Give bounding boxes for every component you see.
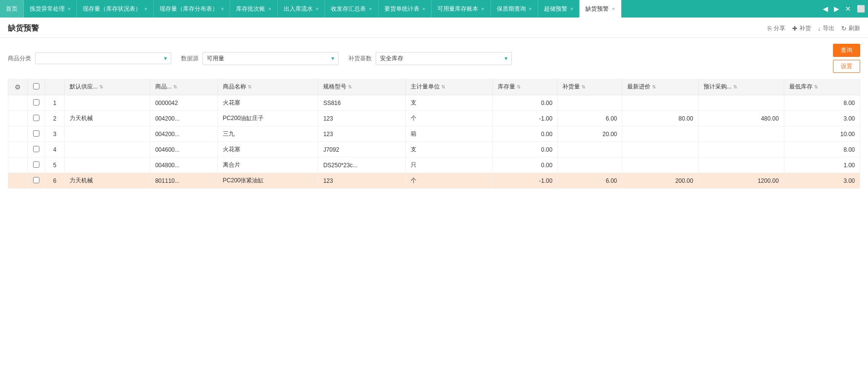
tab-close-shortage[interactable]: ×: [612, 6, 615, 12]
row-checkbox[interactable]: [33, 177, 39, 183]
row-product-code: 004200...: [150, 126, 217, 142]
datasource-value: 可用量: [207, 54, 224, 63]
row-min-stock: 1.00: [784, 158, 860, 173]
row-unit: 只: [405, 158, 493, 173]
sort-unit-icon: ⇅: [441, 84, 445, 89]
row-est-purchase: 480.00: [698, 111, 784, 126]
row-checkbox[interactable]: [33, 99, 39, 106]
replenish-basis-chevron-icon: ▾: [505, 55, 507, 62]
tab-inout[interactable]: 出入库流水 ×: [278, 0, 325, 18]
share-button[interactable]: ⎘ 分享: [768, 24, 785, 33]
col-spec[interactable]: 规格型号⇅: [318, 79, 405, 95]
sort-price-icon: ⇅: [652, 84, 656, 89]
row-num: 1: [45, 95, 65, 111]
row-stock: 0.00: [493, 126, 558, 142]
col-stock[interactable]: 库存量⇅: [493, 79, 558, 95]
tab-available[interactable]: 可用量库存账本 ×: [432, 0, 490, 18]
row-checkbox-cell[interactable]: [28, 173, 45, 189]
tab-next-button[interactable]: ▶: [831, 3, 842, 15]
table-row: 6 力天机械 801110... PC200张紧油缸 123 个 -1.00 6…: [8, 173, 860, 189]
row-setting-cell: [8, 142, 28, 158]
settings-button[interactable]: 设置: [833, 60, 860, 73]
row-replenish-qty: 20.00: [558, 126, 622, 142]
tab-collect[interactable]: 收发存汇总表 ×: [325, 0, 378, 18]
row-num: 5: [45, 158, 65, 173]
tab-close-batch[interactable]: ×: [268, 6, 271, 12]
row-stock: -1.00: [493, 173, 558, 189]
tab-inventory-status[interactable]: 现存量（库存状况表） ×: [77, 0, 153, 18]
row-unit: 支: [405, 95, 493, 111]
row-est-purchase: [698, 126, 784, 142]
row-setting-cell: [8, 95, 28, 111]
tab-close-expiry[interactable]: ×: [529, 6, 532, 12]
tab-expiry[interactable]: 保质期查询 ×: [491, 0, 538, 18]
tab-prev-button[interactable]: ◀: [820, 3, 831, 15]
category-chevron-icon: ▾: [164, 55, 167, 62]
row-latest-price: [622, 158, 698, 173]
datasource-select[interactable]: 可用量 ▾: [202, 52, 339, 65]
col-product-name[interactable]: 商品名称⇅: [217, 79, 318, 95]
row-spec: SS816: [318, 95, 405, 111]
row-checkbox-cell[interactable]: [28, 126, 45, 142]
row-supplier: [65, 95, 150, 111]
category-label: 商品分类: [8, 54, 31, 63]
sort-replenish-icon: ⇅: [581, 84, 585, 89]
filter-actions: 查询 设置: [833, 44, 860, 73]
col-setting[interactable]: ⚙: [8, 79, 28, 95]
col-est-purchase[interactable]: 预计采购...⇅: [698, 79, 784, 95]
table-row: 5 004800... 离合片 DS250*23c... 只 0.00 1.00: [8, 158, 860, 173]
tab-close-inventory-dist[interactable]: ×: [221, 6, 224, 12]
refresh-icon: ↻: [841, 25, 847, 32]
row-checkbox-cell[interactable]: [28, 95, 45, 111]
col-latest-price[interactable]: 最新进价⇅: [622, 79, 698, 95]
category-select[interactable]: ▾: [35, 53, 171, 64]
row-stock: 0.00: [493, 158, 558, 173]
tab-close-collect[interactable]: ×: [369, 6, 372, 12]
tab-close-overstock[interactable]: ×: [570, 6, 573, 12]
row-min-stock: 3.00: [784, 173, 860, 189]
row-product-name: 三九: [217, 126, 318, 142]
tab-close-all-button[interactable]: ✕: [842, 3, 854, 15]
data-table: ⚙ 默认供应...⇅ 商品...⇅ 商品名称⇅: [8, 79, 860, 189]
tab-demand[interactable]: 要货单统计表 ×: [379, 0, 432, 18]
page-header: 缺货预警 ⎘ 分享 ✚ 补货 ↓ 导出 ↻ 刷新: [0, 18, 868, 38]
tab-close-demand[interactable]: ×: [422, 6, 425, 12]
row-checkbox[interactable]: [33, 146, 39, 152]
row-checkbox-cell[interactable]: [28, 111, 45, 126]
tab-exception[interactable]: 拣货异常处理 ×: [24, 0, 77, 18]
row-min-stock: 10.00: [784, 126, 860, 142]
export-button[interactable]: ↓ 导出: [818, 24, 835, 33]
row-checkbox-cell[interactable]: [28, 142, 45, 158]
row-checkbox[interactable]: [33, 130, 39, 137]
tab-shortage[interactable]: 缺货预警 ×: [579, 0, 621, 18]
row-checkbox-cell[interactable]: [28, 158, 45, 173]
settings-gear-icon[interactable]: ⚙: [15, 83, 21, 91]
col-product-code[interactable]: 商品...⇅: [150, 79, 217, 95]
replenish-basis-value: 安全库存: [380, 54, 403, 63]
replenish-button[interactable]: ✚ 补货: [792, 24, 811, 33]
col-default-supplier[interactable]: 默认供应...⇅: [65, 79, 150, 95]
replenish-basis-select[interactable]: 安全库存 ▾: [376, 52, 512, 65]
tab-inventory-dist[interactable]: 现存量（库存分布表） ×: [154, 0, 230, 18]
row-checkbox[interactable]: [33, 115, 39, 121]
datasource-chevron-icon: ▾: [331, 55, 334, 62]
sort-name-icon: ⇅: [248, 84, 252, 89]
col-unit[interactable]: 主计量单位⇅: [405, 79, 493, 95]
tab-batch[interactable]: 库存批次账 ×: [230, 0, 277, 18]
col-min-stock[interactable]: 最低库存⇅: [784, 79, 860, 95]
tab-close-inout[interactable]: ×: [316, 6, 319, 12]
tab-maximize-button[interactable]: ⬜: [854, 3, 868, 15]
tab-close-exception[interactable]: ×: [68, 6, 71, 12]
select-all-checkbox[interactable]: [33, 83, 39, 89]
tab-close-inventory-status[interactable]: ×: [144, 6, 147, 12]
tab-home[interactable]: 首页: [0, 0, 24, 18]
col-replenish-qty[interactable]: 补货量⇅: [558, 79, 622, 95]
tab-overstock[interactable]: 超储预警 ×: [538, 0, 579, 18]
row-product-code: 004800...: [150, 158, 217, 173]
col-num: [45, 79, 65, 95]
refresh-button[interactable]: ↻ 刷新: [841, 24, 860, 33]
page-title: 缺货预警: [8, 23, 768, 34]
tab-close-available[interactable]: ×: [481, 6, 484, 12]
query-button[interactable]: 查询: [833, 44, 860, 57]
row-checkbox[interactable]: [33, 161, 39, 168]
